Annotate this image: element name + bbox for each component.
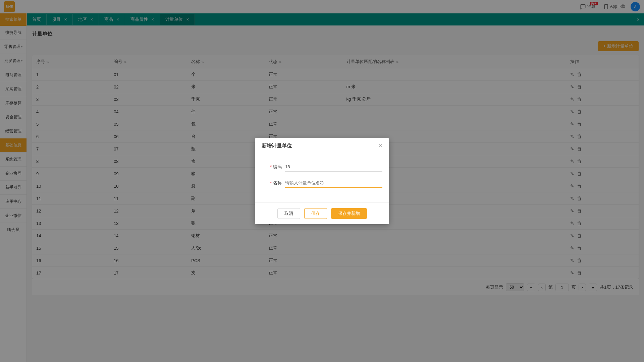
name-input[interactable] bbox=[285, 178, 382, 188]
code-label: 编码 bbox=[262, 164, 282, 170]
modal-title: 新增计量单位 bbox=[262, 143, 292, 149]
form-row-name: 名称 bbox=[262, 178, 382, 188]
cancel-button[interactable]: 取消 bbox=[277, 208, 300, 219]
modal-close-btn[interactable]: ✕ bbox=[378, 143, 382, 148]
modal-overlay: 新增计量单位 ✕ 编码 名称 取消 保存 保存并新增 bbox=[0, 0, 644, 362]
modal-header: 新增计量单位 ✕ bbox=[255, 138, 389, 154]
modal-footer: 取消 保存 保存并新增 bbox=[255, 202, 389, 224]
form-row-code: 编码 bbox=[262, 162, 382, 172]
save-button[interactable]: 保存 bbox=[304, 208, 327, 219]
add-unit-modal: 新增计量单位 ✕ 编码 名称 取消 保存 保存并新增 bbox=[255, 138, 389, 224]
code-input[interactable] bbox=[285, 162, 382, 172]
name-label: 名称 bbox=[262, 180, 282, 186]
modal-body: 编码 名称 bbox=[255, 154, 389, 202]
save-and-new-button[interactable]: 保存并新增 bbox=[331, 208, 367, 219]
